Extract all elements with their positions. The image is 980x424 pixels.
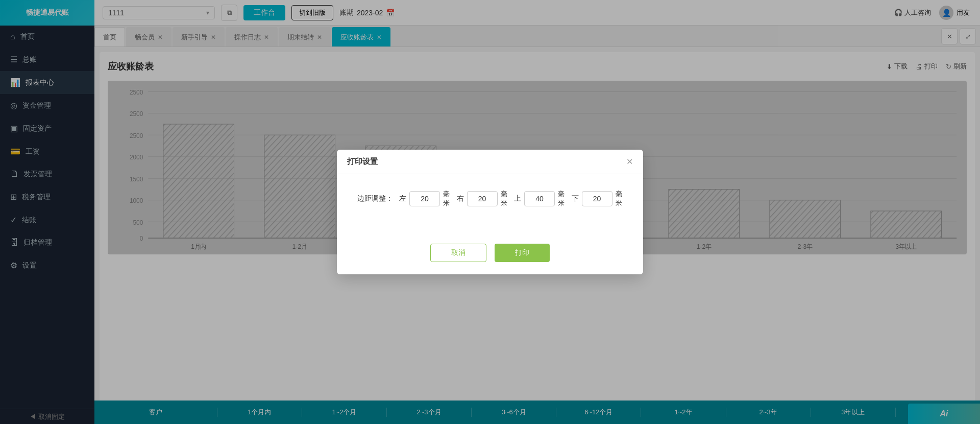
modal-footer: 取消 打印 bbox=[337, 235, 643, 274]
modal-header: 打印设置 ✕ bbox=[337, 150, 643, 174]
right-unit: 毫米 bbox=[501, 190, 508, 208]
bottom-margin-group: 下 毫米 bbox=[572, 190, 623, 208]
print-settings-modal: 打印设置 ✕ 边距调整： 左 毫米 右 毫米 上 毫米 bbox=[337, 150, 643, 274]
right-label: 右 bbox=[457, 194, 464, 203]
bottom-label: 下 bbox=[572, 194, 579, 203]
modal-title: 打印设置 bbox=[347, 157, 378, 167]
margin-row: 边距调整： 左 毫米 右 毫米 上 毫米 下 bbox=[357, 190, 623, 208]
right-margin-input[interactable] bbox=[467, 191, 498, 206]
right-margin-group: 右 毫米 bbox=[457, 190, 508, 208]
modal-body: 边距调整： 左 毫米 右 毫米 上 毫米 下 bbox=[337, 174, 643, 235]
top-label: 上 bbox=[514, 194, 521, 203]
modal-overlay: 打印设置 ✕ 边距调整： 左 毫米 右 毫米 上 毫米 bbox=[0, 0, 980, 424]
bottom-margin-input[interactable] bbox=[582, 191, 612, 206]
bottom-unit: 毫米 bbox=[616, 190, 623, 208]
cancel-button[interactable]: 取消 bbox=[430, 244, 486, 262]
modal-close-button[interactable]: ✕ bbox=[626, 157, 633, 167]
top-unit: 毫米 bbox=[558, 190, 566, 208]
left-unit: 毫米 bbox=[443, 190, 451, 208]
left-margin-input[interactable] bbox=[409, 191, 440, 206]
margin-label: 边距调整： bbox=[357, 194, 393, 203]
top-margin-group: 上 毫米 bbox=[514, 190, 566, 208]
left-label: 左 bbox=[399, 194, 406, 203]
left-margin-group: 左 毫米 bbox=[399, 190, 451, 208]
print-confirm-button[interactable]: 打印 bbox=[495, 244, 550, 262]
top-margin-input[interactable] bbox=[524, 191, 555, 206]
